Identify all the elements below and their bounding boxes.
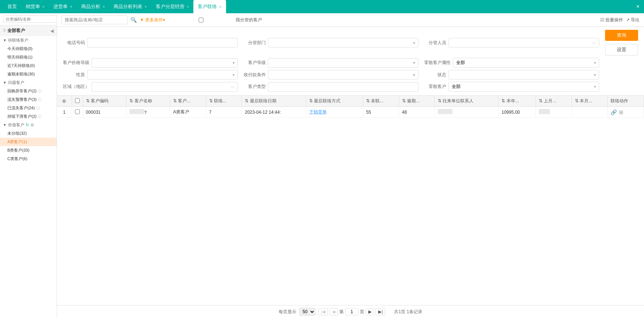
payment-select[interactable]: ▾ bbox=[268, 70, 419, 80]
per-page-select[interactable]: 50 bbox=[299, 308, 315, 316]
col-contact-sort-icon[interactable]: ⇅ bbox=[209, 98, 213, 103]
sidebar-item-tomorrow[interactable]: 明天待联络(1) bbox=[0, 53, 57, 61]
sidebar-item-c-class[interactable]: C类客户(6) bbox=[0, 155, 57, 163]
declining-info-icon: ⓘ bbox=[38, 114, 42, 119]
close-sales-tab[interactable]: × bbox=[42, 4, 44, 9]
my-customers-filter[interactable]: 我分管的客户 bbox=[168, 17, 262, 23]
close-product-analysis-tab[interactable]: × bbox=[103, 4, 105, 9]
sidebar-item-a-class[interactable]: A类客户(1) bbox=[0, 138, 57, 146]
region-input[interactable]: ··· bbox=[92, 82, 238, 92]
customer-grade-select[interactable]: ▾ bbox=[268, 58, 419, 68]
customer-type-input[interactable] bbox=[268, 82, 419, 92]
col-overdue-sort-icon[interactable]: ⇅ bbox=[402, 98, 406, 103]
col-lastmethod-sort-icon[interactable]: ⇅ bbox=[309, 98, 313, 103]
nav-product-analysis[interactable]: 商品分析 × bbox=[77, 0, 109, 13]
search-input[interactable] bbox=[61, 15, 128, 24]
section-problem-customers[interactable]: ▼ 问题客户 bbox=[0, 78, 57, 87]
close-product-list-tab[interactable]: × bbox=[144, 4, 147, 9]
sidebar-item-repurchase-anomaly[interactable]: 回购异常客户(2) ⓘ bbox=[0, 87, 57, 95]
row-last-month-blurred bbox=[539, 109, 550, 114]
row-action-grid-icon[interactable]: ⊞ bbox=[619, 109, 623, 115]
sidebar-item-ungrouped[interactable]: 未分组(32) bbox=[0, 129, 57, 138]
row-action-link-icon[interactable]: 🔗 bbox=[611, 109, 617, 115]
sidebar: 🔍 ⠿ 全部客户 ◀ ▼ 待联络客户 今天待联络(0) 明天待联络(1) 近7天… bbox=[0, 13, 57, 318]
sidebar-search-bar: 🔍 bbox=[0, 13, 57, 25]
col-code-sort-icon[interactable]: ⇅ bbox=[86, 98, 90, 103]
col-lastdate-sort-icon[interactable]: ⇅ bbox=[245, 98, 248, 103]
adv-filter-row-3: 性质 ▾ 收付款条件 ▾ 状态 bbox=[63, 70, 638, 80]
sidebar-item-today[interactable]: 今天待联络(0) bbox=[0, 45, 57, 53]
setting-button[interactable]: 设置 bbox=[605, 44, 638, 56]
filter-bar: 🔍 ▼ 更多条件 ▾ 我分管的客户 ☑ 批量操作 ↗ 导出 bbox=[57, 13, 644, 27]
select-all-checkbox[interactable] bbox=[75, 98, 80, 103]
retail-attr-label: 零散客户属性 bbox=[424, 60, 451, 66]
col-name-sort-icon[interactable]: ⇅ bbox=[129, 98, 133, 103]
more-filter-button[interactable]: ▼ 更多条件 ▾ bbox=[140, 17, 165, 23]
close-customer-tier-tab[interactable]: × bbox=[187, 4, 189, 9]
row-checkbox-cell[interactable] bbox=[72, 107, 83, 118]
nav-home[interactable]: 首页 bbox=[3, 0, 21, 13]
col-company-sort-icon[interactable]: ⇅ bbox=[438, 98, 441, 103]
phone-input[interactable] bbox=[87, 38, 238, 47]
col-thismonth-sort-icon[interactable]: ⇅ bbox=[575, 98, 579, 103]
close-purchase-tab[interactable]: × bbox=[70, 4, 72, 9]
nav-purchase[interactable]: 进货单 × bbox=[49, 0, 76, 13]
manager-input[interactable]: ··· bbox=[448, 38, 599, 47]
page-number-input[interactable] bbox=[345, 308, 358, 315]
query-button[interactable]: 查询 bbox=[605, 30, 638, 41]
nav-customer-contact[interactable]: 客户联络 × bbox=[193, 0, 226, 13]
sidebar-all-customers-header[interactable]: ⠿ 全部客户 ◀ bbox=[0, 25, 57, 36]
col-year-sort-icon[interactable]: ⇅ bbox=[501, 98, 505, 103]
row-overdue: 48 bbox=[399, 107, 435, 118]
price-grade-label: 客户价格等级 bbox=[63, 60, 89, 66]
adv-filter-price-grade: 客户价格等级 ▾ bbox=[63, 58, 238, 68]
col-last-month: ⇅ 上月... bbox=[536, 96, 572, 107]
export-button[interactable]: ↗ 导出 bbox=[626, 17, 640, 23]
row-company-contact-blurred bbox=[438, 109, 452, 114]
dept-select[interactable]: ▾ bbox=[268, 38, 419, 47]
col-checkbox[interactable] bbox=[72, 96, 83, 107]
close-all-tabs[interactable]: × bbox=[636, 3, 640, 10]
my-customers-checkbox[interactable] bbox=[168, 18, 234, 22]
col-name: ⇅ 客户名称 bbox=[126, 96, 170, 107]
retail-attr-select[interactable]: 全部 ▾ bbox=[453, 58, 599, 68]
sidebar-search-input[interactable] bbox=[3, 15, 57, 23]
payment-arrow-icon: ▾ bbox=[413, 73, 415, 77]
last-page-button[interactable]: ▶| bbox=[376, 308, 385, 315]
sidebar-item-churned[interactable]: 已流失客户(24) ⓘ bbox=[0, 104, 57, 112]
next-page-button[interactable]: ▶ bbox=[366, 308, 374, 315]
churn-warning-info-icon: ⓘ bbox=[38, 97, 42, 102]
col-lastmonth-sort-icon[interactable]: ⇅ bbox=[539, 98, 543, 103]
close-customer-contact-tab[interactable]: × bbox=[219, 4, 221, 9]
row-no: 1 bbox=[57, 107, 72, 118]
nav-customer-tier[interactable]: 客户分层经营 × bbox=[151, 0, 193, 13]
retail-customer-label: 零散客户 bbox=[424, 84, 446, 90]
nav-product-list[interactable]: 商品分析列表 × bbox=[109, 0, 151, 13]
search-button[interactable]: 🔍 bbox=[130, 17, 137, 23]
sidebar-item-7days[interactable]: 近7天待联络(0) bbox=[0, 61, 57, 70]
first-page-button[interactable]: |◀ bbox=[318, 308, 328, 315]
sidebar-item-overdue[interactable]: 逾期未联络(30) bbox=[0, 70, 57, 78]
status-select[interactable]: ▾ bbox=[448, 70, 599, 80]
price-grade-select[interactable]: ▾ bbox=[92, 58, 238, 68]
retail-customer-select[interactable]: 全部 ▾ bbox=[448, 82, 599, 92]
row-contact-count: 7 bbox=[206, 107, 242, 118]
sidebar-item-b-class[interactable]: B类客户(33) bbox=[0, 146, 57, 155]
batch-op-button[interactable]: ☑ 批量操作 bbox=[600, 17, 623, 23]
value-settings-icon[interactable]: ⊞ bbox=[31, 123, 34, 127]
prev-page-button[interactable]: ◀ bbox=[329, 308, 338, 315]
sidebar-item-declining[interactable]: 持续下滑客户(2) ⓘ bbox=[0, 112, 57, 121]
nature-select[interactable]: ▾ bbox=[87, 70, 238, 80]
sidebar-item-churn-warning[interactable]: 流失预警客户(3) ⓘ bbox=[0, 95, 57, 104]
row-checkbox[interactable] bbox=[75, 109, 80, 114]
section-value-customers[interactable]: ▼ 价值客户 ↻ ⊞ bbox=[0, 121, 57, 129]
section-pending-contact[interactable]: ▼ 待联络客户 bbox=[0, 36, 57, 45]
col-unlink-sort-icon[interactable]: ⇅ bbox=[366, 98, 370, 103]
nav-sales[interactable]: 销货单 × bbox=[21, 0, 49, 13]
sidebar-collapse-icon[interactable]: ◀ bbox=[50, 28, 54, 33]
row-last-method[interactable]: 下销货单 bbox=[306, 107, 363, 118]
col-type-sort-icon[interactable]: ⇅ bbox=[173, 98, 177, 103]
table-header-row: ⚙ ⇅ 客户编码 ⇅ 客户名称 ⇅ 客户... bbox=[57, 96, 644, 107]
value-refresh-icon[interactable]: ↻ bbox=[26, 123, 29, 127]
col-gear[interactable]: ⚙ bbox=[57, 96, 72, 107]
